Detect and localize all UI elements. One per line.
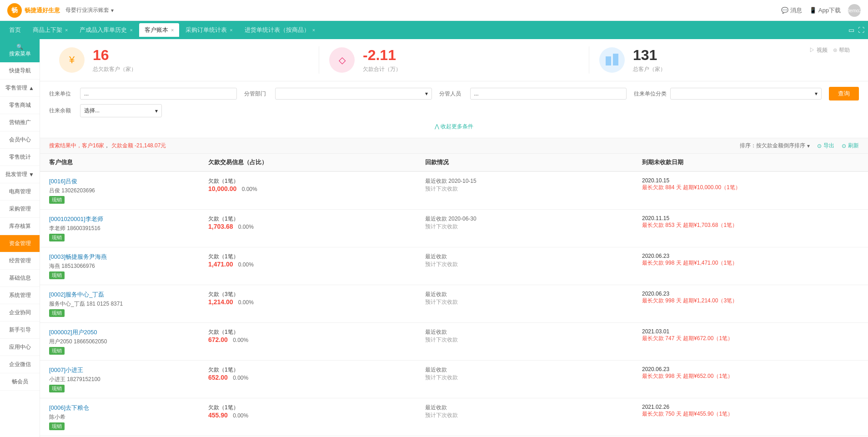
tab-inventory-stats[interactable]: 进货单统计表（按商品） × [239, 23, 321, 37]
sidebar-new-guide-label: 新手引导 [9, 326, 31, 333]
due-info-5: 2020.06.23 最长欠款 998 天 超期¥652.00（1笔） [642, 366, 859, 380]
dept-label: 分管部门 [244, 90, 271, 98]
overdue-text-1: 最长欠款 853 天 超期¥1,703.68（1笔） [642, 221, 859, 229]
customer-name-4[interactable]: [000002]用户2050 [49, 328, 208, 337]
sidebar-item-retail-mall[interactable]: 零售商城 [0, 97, 40, 114]
sort-dropdown-icon: ▾ [807, 143, 810, 149]
sidebar-item-new-guide[interactable]: 新手引导 [0, 321, 40, 339]
last-collection-3: 最近收款 [425, 291, 642, 298]
export-btn[interactable]: ⊙ 导出 [817, 142, 834, 150]
sidebar-item-quick-nav[interactable]: 快捷导航 [0, 62, 40, 80]
summary-card-debt-total: ◇ -2.11 欠款合计（万） [319, 46, 589, 74]
tab-customer-account-close[interactable]: × [171, 27, 174, 33]
tab-purchase-order-close[interactable]: × [230, 27, 232, 33]
tab-production-close[interactable]: × [130, 27, 132, 33]
sidebar-enterprise-label: 企业协同 [9, 309, 31, 316]
card1-value: 16 [93, 47, 136, 64]
logo-icon: 畅 [7, 3, 22, 18]
customer-name-6[interactable]: [0006]去下粮仓 [49, 404, 208, 412]
tab-customer-account-label: 客户账本 [145, 26, 168, 34]
tab-purchase-order[interactable]: 采购订单统计表 × [180, 23, 238, 37]
search-button[interactable]: 查询 [829, 87, 859, 100]
staff-dots: ... [474, 90, 479, 97]
results-info-text: 搜索结果中，客户16家 [49, 142, 104, 149]
sidebar-item-batch-mgmt[interactable]: 批发管理 ▼ [0, 166, 40, 183]
app-download-btn[interactable]: 📱 App下载 [809, 6, 841, 15]
avatar[interactable]: demo2 [848, 4, 861, 17]
message-icon: 💬 [781, 7, 788, 14]
card2-value: -2.11 [363, 47, 401, 64]
debt-amount-1: 1,703.68 [208, 223, 233, 230]
customer-contact-0: 吕俊 13026203696 [49, 187, 208, 195]
filter-balance: 往来余额 选择... ▾ [49, 104, 859, 117]
sidebar-item-finance[interactable]: 资金管理 [0, 235, 40, 252]
customer-name-2[interactable]: [0003]畅捷服务尹海燕 [49, 253, 208, 261]
tab-products[interactable]: 商品上下架 × [27, 23, 73, 37]
sidebar-item-marketing[interactable]: 营销推广 [0, 114, 40, 131]
dept-select[interactable]: ▾ [275, 88, 432, 100]
table-row: [0007]小进王 小进王 18279152100 现销 欠款（1笔） 652.… [40, 361, 868, 398]
unit-category-select[interactable]: ▾ [670, 88, 822, 100]
filter-unit-category: 往来单位分类 ▾ [634, 88, 822, 100]
tab-actions: ▭ ⛶ [848, 26, 864, 34]
due-date-2: 2020.06.23 [642, 253, 859, 259]
filter-area: 往来单位 ... 分管部门 ▾ 分管人员 ... [40, 81, 868, 138]
sidebar-item-enterprise[interactable]: 企业协同 [0, 304, 40, 321]
sidebar-item-retail-mgmt[interactable]: 零售管理 ▲ [0, 80, 40, 97]
debt-amount-5: 652.00 [208, 374, 228, 381]
content-area: ¥ 16 总欠款客户（家） ◇ -2.11 欠款合计（万） [40, 39, 868, 437]
sidebar-item-enterprise-wechat[interactable]: 企业微信 [0, 356, 40, 373]
chevron-down-icon: ▼ [29, 171, 34, 178]
sidebar-item-app-center[interactable]: 应用中心 [0, 339, 40, 356]
source-unit-input[interactable]: ... [80, 88, 237, 100]
staff-input[interactable]: ... [470, 88, 627, 100]
overdue-text-4: 最长欠款 747 天 超期¥672.00（1笔） [642, 335, 859, 342]
tab-customer-account[interactable]: 客户账本 × [139, 23, 179, 37]
unit-category-label: 往来单位分类 [634, 90, 667, 98]
sidebar-item-operations[interactable]: 经营管理 [0, 252, 40, 270]
sidebar-basic-info-label: 基础信息 [9, 275, 31, 281]
sidebar-item-vip[interactable]: 畅会员 [0, 373, 40, 391]
collapse-row[interactable]: ⋀ 收起更多条件 [49, 121, 859, 132]
col-debt-info: 欠款交易信息（占比） [208, 158, 425, 166]
customer-info-5: [0007]小进王 小进王 18279152100 现销 [49, 366, 208, 392]
tab-inventory-stats-close[interactable]: × [312, 27, 315, 33]
help-btn[interactable]: ⊙ 帮助 [833, 46, 850, 54]
messages-btn[interactable]: 💬 消息 [781, 6, 802, 15]
sidebar-item-ecommerce[interactable]: 电商管理 [0, 183, 40, 201]
sidebar-purchase-label: 采购管理 [9, 206, 31, 212]
sidebar-item-members[interactable]: 会员中心 [0, 131, 40, 149]
sidebar-item-inventory[interactable]: 库存核算 [0, 218, 40, 235]
sidebar-item-basic-info[interactable]: 基础信息 [0, 270, 40, 287]
customer-name-0[interactable]: [0016]吕俊 [49, 177, 208, 186]
tab-products-label: 商品上下架 [33, 26, 62, 34]
tab-home[interactable]: 首页 [4, 23, 26, 37]
results-bar: 搜索结果中，客户16家， 欠款金额 -21,148.07元 排序：按欠款金额倒序… [40, 138, 868, 154]
debt-amount-0: 10,000.00 [208, 185, 236, 192]
tab-production[interactable]: 产成品入库单历史 × [74, 23, 138, 37]
debt-count-1: 欠款（1笔） [208, 215, 425, 223]
maximize-icon[interactable]: ⛶ [858, 26, 864, 34]
customer-tag-2: 现销 [49, 271, 65, 279]
sidebar-item-retail-stats[interactable]: 零售统计 [0, 149, 40, 166]
results-info: 搜索结果中，客户16家， 欠款金额 -21,148.07元 [49, 142, 166, 150]
refresh-btn[interactable]: ⊙ 刷新 [842, 142, 859, 150]
customer-name-5[interactable]: [0007]小进王 [49, 366, 208, 374]
sidebar-item-purchase[interactable]: 采购管理 [0, 201, 40, 218]
customer-name-1[interactable]: [0001020001]李老师 [49, 215, 208, 223]
sidebar-retail-stats-label: 零售统计 [9, 154, 31, 160]
sidebar-item-system[interactable]: 系统管理 [0, 287, 40, 304]
minimize-icon[interactable]: ▭ [848, 26, 854, 34]
video-btn[interactable]: ▷ 视频 [809, 46, 827, 54]
last-collection-6: 最近收款 [425, 404, 642, 412]
customer-name-3[interactable]: [0002]服务中心_丁磊 [49, 291, 208, 299]
debt-amount-4: 672.00 [208, 336, 228, 343]
next-collection-4: 预计下次收款 [425, 336, 642, 344]
customer-tag-6: 现销 [49, 422, 65, 430]
debt-ratio-1: 0.00% [238, 224, 254, 230]
sidebar-search[interactable]: 🔍 搜索菜单 [0, 39, 40, 62]
sort-select[interactable]: 排序：按欠款金额倒序排序 ▾ [740, 142, 810, 150]
balance-select[interactable]: 选择... ▾ [80, 104, 162, 117]
company-selector[interactable]: 母婴行业演示账套 ▾ [65, 6, 114, 14]
tab-products-close[interactable]: × [65, 27, 68, 33]
